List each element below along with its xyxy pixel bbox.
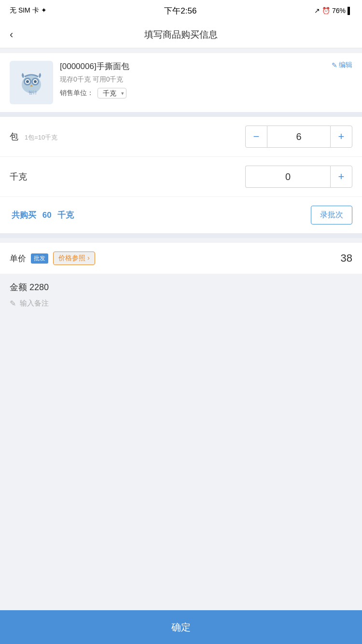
unit-label: 销售单位： (60, 89, 94, 98)
product-name: [0000006]手撕面包 (60, 61, 129, 72)
price-type-tag: 批发 (31, 253, 48, 264)
qty-label-kg: 千克 (10, 171, 245, 182)
battery-text: 76% (332, 7, 346, 14)
status-time: 下午2:56 (164, 5, 196, 16)
record-batch-button[interactable]: 录批次 (311, 206, 352, 224)
amount-section: 金额 2280 ✎ 输入备注 (0, 274, 362, 313)
price-reference-button[interactable]: 价格参照 › (53, 252, 95, 265)
product-info: [0000006]手撕面包 ✎ 编辑 现存0千克 可用0千克 销售单位： 千克 … (60, 61, 352, 98)
separator-2 (0, 233, 362, 238)
back-button[interactable]: ‹ (10, 28, 13, 41)
nav-bar: ‹ 填写商品购买信息 (0, 21, 362, 48)
amount-label: 金额 (10, 282, 27, 292)
quantity-row-bag: 包 1包=10千克 − + (0, 117, 362, 157)
qty-controls-kg: + (245, 166, 352, 188)
price-value: 38 (341, 252, 352, 265)
note-icon: ✎ (10, 299, 16, 308)
qty-hint-bag: 1包=10千克 (25, 134, 57, 141)
total-text: 共购买 60 千克 (10, 210, 76, 221)
confirm-button-text: 确定 (171, 621, 191, 634)
product-stock: 现存0千克 可用0千克 (60, 75, 352, 84)
status-right: ↗ ⏰ 76% ▌ (314, 7, 352, 14)
quantity-section: 包 1包=10千克 − + 千克 + (0, 117, 362, 197)
separator-1 (0, 112, 362, 117)
edit-button[interactable]: ✎ 编辑 (332, 61, 352, 70)
product-unit-row: 销售单位： 千克 包 (60, 88, 352, 98)
qty-plus-bag[interactable]: + (330, 126, 352, 148)
svg-point-6 (34, 80, 37, 83)
price-section: 单价 批发 价格参照 › 38 (0, 243, 362, 274)
product-logo: 智计 (17, 68, 46, 97)
amount-number: 2280 (29, 282, 49, 292)
qty-controls-bag: − + (245, 126, 352, 148)
quantity-row-kg: 千克 + (0, 157, 362, 197)
total-unit: 千克 (57, 210, 74, 220)
amount-row: 金额 2280 (10, 281, 352, 293)
product-image: 智计 (10, 61, 53, 104)
status-bar: 无 SIM 卡 ✦ 下午2:56 ↗ ⏰ 76% ▌ (0, 0, 362, 21)
confirm-bar[interactable]: 确定 (0, 610, 362, 644)
total-row: 共购买 60 千克 录批次 (0, 197, 362, 233)
price-label: 单价 (10, 253, 26, 264)
qty-input-kg[interactable] (245, 166, 330, 188)
qty-minus-bag[interactable]: − (245, 126, 267, 148)
unit-select[interactable]: 千克 包 (97, 88, 126, 98)
page-title: 填写商品购买信息 (144, 28, 218, 41)
edit-icon: ✎ (332, 61, 337, 69)
qty-label-bag: 包 1包=10千克 (10, 131, 245, 142)
edit-label: 编辑 (339, 61, 352, 70)
qty-plus-kg[interactable]: + (330, 166, 352, 188)
qty-input-bag[interactable] (267, 126, 330, 148)
total-value: 60 (42, 210, 52, 220)
grey-spacer (0, 313, 362, 458)
svg-point-5 (26, 80, 29, 83)
alarm-icon: ⏰ (322, 7, 330, 14)
status-left: 无 SIM 卡 ✦ (10, 6, 47, 15)
unit-select-wrap[interactable]: 千克 包 (97, 88, 126, 98)
svg-text:智计: 智计 (28, 90, 37, 95)
location-icon: ↗ (314, 7, 320, 14)
battery-icon: ▌ (348, 7, 352, 14)
note-placeholder: 输入备注 (20, 299, 49, 308)
sim-text: 无 SIM 卡 ✦ (10, 6, 47, 15)
product-card: 智计 [0000006]手撕面包 ✎ 编辑 现存0千克 可用0千克 销售单位： … (0, 53, 362, 112)
note-row[interactable]: ✎ 输入备注 (10, 299, 352, 308)
total-prefix: 共购买 (12, 210, 36, 220)
price-row: 单价 批发 价格参照 › 38 (10, 252, 352, 265)
